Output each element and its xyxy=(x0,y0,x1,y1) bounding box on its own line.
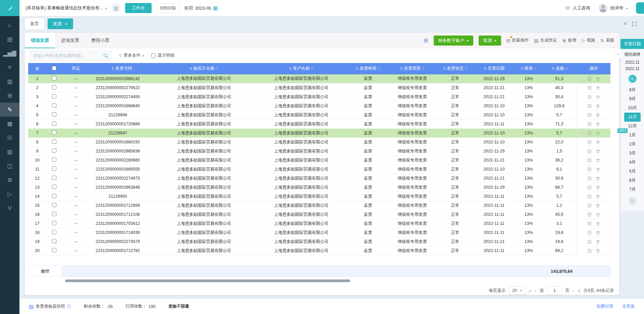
cell-customer[interactable]: 上海思多励国际贸易有限公司 xyxy=(254,237,348,246)
table-row[interactable]: 15--2231200000001712659上海思多励国际贸易有限公司上海思多… xyxy=(28,201,610,210)
view-detail-icon[interactable] xyxy=(587,95,592,99)
table-row[interactable]: 20--2231200000001712782上海思多励国际贸易有限公司上海思多… xyxy=(28,246,610,255)
sort-icon[interactable]: ⇅ xyxy=(190,67,193,70)
view-detail-icon[interactable] xyxy=(587,140,592,144)
filter-funnel-icon[interactable]: ▽ xyxy=(534,67,537,70)
row-checkbox-cell[interactable] xyxy=(46,237,62,246)
row-checkbox[interactable] xyxy=(52,248,56,252)
cell-buyer[interactable]: 上海思多励国际贸易有限公司 xyxy=(154,165,254,174)
delete-icon[interactable] xyxy=(596,203,600,208)
column-header-date[interactable]: ⇅开票日期 xyxy=(474,63,515,74)
sort-icon[interactable]: ⇅ xyxy=(484,67,486,70)
cell-buyer[interactable]: 上海思多励国际贸易有限公司 xyxy=(154,120,254,129)
cell-customer[interactable]: 上海思多励国际贸易有限公司 xyxy=(254,219,348,228)
row-checkbox[interactable] xyxy=(52,130,56,135)
delete-icon[interactable] xyxy=(596,95,600,99)
table-row[interactable]: 14--21229950上海思多励国际贸易有限公司上海思多励国际贸易有限公司蓝票… xyxy=(28,192,610,201)
sort-icon[interactable]: ⇅ xyxy=(552,67,554,70)
table-row[interactable]: 18--2231200000001714039上海思多励国际贸易有限公司上海思多… xyxy=(28,228,610,237)
month-item-11月[interactable]: 11月 xyxy=(624,113,641,122)
view-detail-icon[interactable] xyxy=(587,104,592,108)
view-detail-icon[interactable] xyxy=(587,194,592,199)
month-item-9月[interactable]: 9月 xyxy=(622,95,643,104)
cell-customer[interactable]: 上海思多励国际贸易有限公司 xyxy=(254,83,348,92)
cell-customer[interactable]: 上海思多励国际贸易有限公司 xyxy=(254,111,348,120)
cell-customer[interactable]: 上海思多励国际贸易有限公司 xyxy=(254,183,348,192)
company-selector[interactable]: (库存核算) 直播畅捷通信息技术股份有... xyxy=(25,5,107,11)
sort-icon[interactable]: ⇅ xyxy=(111,67,114,70)
cell-buyer[interactable]: 上海思多励国际贸易有限公司 xyxy=(154,237,254,246)
row-checkbox-cell[interactable] xyxy=(46,183,62,192)
table-row[interactable]: 3--2231200000002274455上海思多励国际贸易有限公司上海思多励… xyxy=(28,92,610,102)
table-row[interactable]: 2--2231200000002279522上海思多励国际贸易有限公司上海思多励… xyxy=(28,83,610,92)
subtab-销项发票[interactable]: 销项发票 xyxy=(25,33,55,48)
filter-funnel-icon[interactable]: ▽ xyxy=(378,67,380,70)
cell-customer[interactable]: 上海思多励国际贸易有限公司 xyxy=(254,201,348,210)
view-detail-icon[interactable] xyxy=(587,185,592,190)
sidebar-item-brand[interactable]: V xyxy=(0,201,19,215)
sidebar-item-reports[interactable]: ▂▅▇ xyxy=(0,46,19,60)
table-row[interactable]: 13--2231200000002963846上海思多励国际贸易有限公司上海思多… xyxy=(28,183,610,192)
cell-customer[interactable]: 上海思多励国际贸易有限公司 xyxy=(254,147,348,156)
cell-buyer[interactable]: 上海思多励国际贸易有限公司 xyxy=(154,201,254,210)
scroll-months-up-button[interactable]: « xyxy=(629,75,637,83)
row-checkbox-cell[interactable] xyxy=(46,92,62,102)
sidebar-item-bills[interactable]: ▤ xyxy=(0,32,19,46)
last-page-icon[interactable] xyxy=(578,288,580,293)
table-row[interactable]: 12--2231200000002274973上海思多励国际贸易有限公司上海思多… xyxy=(28,174,610,183)
prev-page-icon[interactable] xyxy=(535,288,536,293)
cell-buyer[interactable]: 上海思多励国际贸易有限公司 xyxy=(154,192,254,201)
month-item-2月[interactable]: 2月 xyxy=(622,140,643,149)
sort-icon[interactable]: ⇅ xyxy=(521,67,523,70)
column-header-buyer[interactable]: ⇅购买方名称▽ xyxy=(154,63,254,74)
period-start[interactable]: 2022.11 xyxy=(622,59,643,66)
view-detail-icon[interactable] xyxy=(587,203,592,208)
row-checkbox[interactable] xyxy=(52,221,56,225)
support-button[interactable]: 人工咨询 xyxy=(565,5,590,11)
cell-customer[interactable]: 上海思多励国际贸易有限公司 xyxy=(254,138,348,147)
refresh-button[interactable]: 刷新 xyxy=(600,38,614,43)
row-checkbox-cell[interactable] xyxy=(46,165,62,174)
delete-icon[interactable] xyxy=(596,149,600,153)
more-conditions-button[interactable]: 更多条件 xyxy=(119,53,144,58)
row-checkbox[interactable] xyxy=(52,94,56,99)
row-checkbox[interactable] xyxy=(52,112,56,117)
row-checkbox[interactable] xyxy=(52,121,56,126)
delete-icon[interactable] xyxy=(596,140,600,144)
accounting-period[interactable]: 账期 2023-05 xyxy=(184,5,218,11)
sidebar-item-files[interactable]: ▧ xyxy=(0,145,19,159)
table-row[interactable]: 7--21229947上海思多励国际贸易有限公司上海思多励国际贸易有限公司蓝票增… xyxy=(28,129,610,138)
delete-icon[interactable] xyxy=(596,212,600,217)
cell-buyer[interactable]: 上海思多励国际贸易有限公司 xyxy=(154,102,254,111)
sidebar-item-enterprise[interactable]: ▦ xyxy=(0,117,19,131)
month-item-4月[interactable]: 4月 xyxy=(622,158,643,167)
row-checkbox-cell[interactable] xyxy=(46,74,62,83)
sort-icon[interactable]: ⇅ xyxy=(356,67,359,70)
column-header-amount[interactable]: ⇅金额▽ xyxy=(543,63,577,74)
delete-icon[interactable] xyxy=(596,176,600,181)
row-checkbox-cell[interactable] xyxy=(46,228,62,237)
cell-customer[interactable]: 上海思多励国际贸易有限公司 xyxy=(254,210,348,219)
row-checkbox[interactable] xyxy=(52,139,56,144)
month-item-5月[interactable]: 5月 xyxy=(622,167,643,176)
view-detail-icon[interactable] xyxy=(587,249,592,253)
table-row[interactable]: 9--2231200000002965636上海思多励国际贸易有限公司上海思多励… xyxy=(28,147,610,156)
cell-customer[interactable]: 上海思多励国际贸易有限公司 xyxy=(254,192,348,201)
month-item-1月[interactable]: 1月2023 xyxy=(622,131,643,140)
delete-icon[interactable] xyxy=(596,231,600,235)
delete-icon[interactable] xyxy=(596,222,600,226)
page-size-select[interactable]: 20 xyxy=(509,286,525,295)
delete-icon[interactable] xyxy=(596,185,600,190)
cell-buyer[interactable]: 上海思多励国际贸易有限公司 xyxy=(154,138,254,147)
floating-handle[interactable] xyxy=(636,2,644,14)
table-row[interactable]: 8--2231200000001660150上海思多励国际贸易有限公司上海思多励… xyxy=(28,138,610,147)
cell-buyer[interactable]: 上海思多励国际贸易有限公司 xyxy=(154,228,254,237)
page-number-input[interactable] xyxy=(547,286,562,295)
row-checkbox-cell[interactable] xyxy=(46,102,62,111)
month-item-3月[interactable]: 3月 xyxy=(622,149,643,158)
view-detail-icon[interactable] xyxy=(587,176,592,181)
delete-icon[interactable] xyxy=(596,122,600,126)
tab-首页[interactable]: 首页 xyxy=(25,18,44,29)
cell-customer[interactable]: 上海思多励国际贸易有限公司 xyxy=(254,246,348,255)
user-menu[interactable]: 徐泽华 xyxy=(599,4,628,12)
